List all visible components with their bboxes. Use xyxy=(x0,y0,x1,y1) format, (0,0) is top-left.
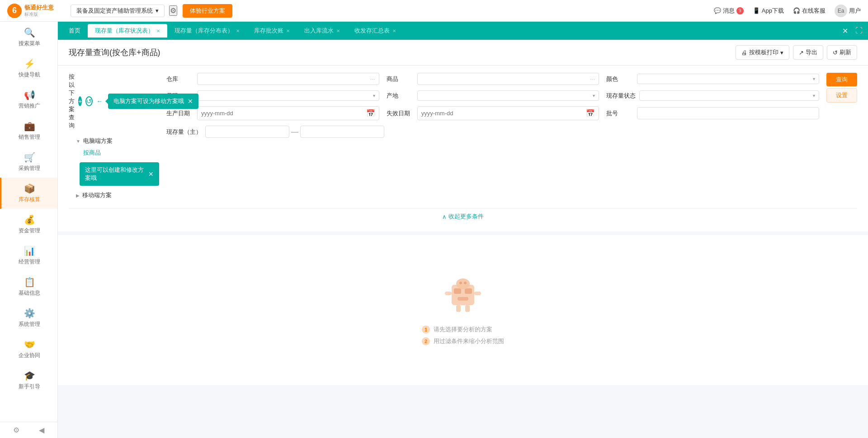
search-button[interactable]: 查询 xyxy=(826,73,857,86)
production-date-text[interactable] xyxy=(201,110,366,117)
stock-status-field: 现存量状态 ▾ xyxy=(606,90,819,101)
stock-range-min[interactable] xyxy=(205,126,289,138)
trial-button[interactable]: 体验行业方案 xyxy=(183,4,232,18)
edit-scheme-button[interactable]: ↺ xyxy=(85,96,93,106)
expiry-date-text[interactable] xyxy=(421,110,586,117)
scheme-panel: 按以下方案查询 + ↺ ← 电脑方案可设为移动方案哦 ✕ xyxy=(69,73,159,207)
app-download-button[interactable]: 📱 App下载 xyxy=(753,7,784,15)
search-icon: 🔍 xyxy=(24,27,35,38)
money-icon: 💰 xyxy=(24,214,35,225)
tab-label: 库存批次账 xyxy=(254,27,283,35)
warehouse-field: 仓库 ··· xyxy=(166,73,379,85)
step-2-num: 2 xyxy=(422,337,430,345)
sidebar-item-sales[interactable]: 💼 销售管理 xyxy=(0,115,57,146)
tab-summary[interactable]: 收发存汇总表 ✕ xyxy=(347,24,403,38)
production-date-field: 生产日期 📅 xyxy=(166,106,379,120)
tab-batch-ledger[interactable]: 库存批次账 ✕ xyxy=(247,24,297,38)
expand-icon: ▶ xyxy=(76,193,80,198)
chevron-down-icon: ▾ xyxy=(813,76,815,81)
sidebar-item-guide[interactable]: 🎓 新手引导 xyxy=(0,365,57,396)
arrow-scheme-button[interactable]: ← xyxy=(96,96,103,106)
expiry-date-input[interactable]: 📅 xyxy=(417,106,599,120)
color-select[interactable]: ▾ xyxy=(637,74,819,84)
collapse-bar[interactable]: ∧ 收起更多条件 xyxy=(69,208,857,224)
desktop-scheme-item[interactable]: ▼ 电脑端方案 xyxy=(76,135,159,147)
export-button[interactable]: ↗ 导出 xyxy=(793,45,823,60)
maximize-icon[interactable]: ⛶ xyxy=(854,25,864,37)
production-date-input[interactable]: 📅 xyxy=(197,106,379,120)
step-1-num: 1 xyxy=(422,325,430,334)
stock-range-max[interactable] xyxy=(300,126,384,138)
sidebar-item-base-info[interactable]: 📋 基础信息 xyxy=(0,271,57,302)
close-icon[interactable]: ✕ xyxy=(392,28,396,33)
system-selector[interactable]: 装备及固定资产辅助管理系统 ▾ xyxy=(71,5,165,17)
step-2-text: 用过滤条件来缩小分析范围 xyxy=(434,337,504,345)
sidebar-item-system[interactable]: ⚙️ 系统管理 xyxy=(0,302,57,334)
sidebar-item-inventory[interactable]: 📦 库存核算 xyxy=(0,178,57,209)
tab-label: 现存量（库存分布表） xyxy=(175,27,233,35)
desktop-child-item[interactable]: 按商品 xyxy=(83,147,159,159)
sidebar-item-enterprise[interactable]: 🤝 企业协同 xyxy=(0,334,57,365)
warehouse-select[interactable]: ··· xyxy=(197,73,379,85)
calendar-icon[interactable]: 📅 xyxy=(586,109,595,118)
color-field: 颜色 ▾ xyxy=(606,74,819,84)
sidebar-settings-icon[interactable]: ⚙ xyxy=(13,426,19,434)
tab-label: 现存量（库存状况表） xyxy=(95,27,154,35)
tab-bar-right: ✕ ⛶ xyxy=(840,25,864,37)
user-menu[interactable]: Ea 用户 xyxy=(835,5,861,17)
svg-rect-1 xyxy=(454,288,461,294)
goods-field: 商品 ··· xyxy=(387,73,599,85)
create-tooltip-close-icon[interactable]: ✕ xyxy=(148,170,154,178)
mobile-icon: 📱 xyxy=(753,7,760,14)
sidebar-item-label: 基础信息 xyxy=(19,289,40,297)
logo-text: 畅通好生意 标准版 xyxy=(24,4,54,18)
message-button[interactable]: 💬 消息 9 xyxy=(714,7,744,15)
stock-range: — xyxy=(205,126,384,138)
svg-point-9 xyxy=(459,282,462,284)
production-date-label: 生产日期 xyxy=(166,109,193,118)
desktop-scheme-children: 按商品 xyxy=(76,147,159,159)
sidebar-item-management[interactable]: 📊 经营管理 xyxy=(0,240,57,271)
stock-status-label: 现存量状态 xyxy=(606,92,636,100)
calendar-icon[interactable]: 📅 xyxy=(366,109,375,118)
tooltip-close-icon[interactable]: ✕ xyxy=(188,98,193,105)
batch-input[interactable] xyxy=(637,107,819,119)
add-scheme-button[interactable]: + xyxy=(78,96,82,106)
svg-rect-4 xyxy=(456,305,461,312)
page-title: 现存量查询(按仓库+商品) xyxy=(69,47,160,58)
refresh-icon: ↺ xyxy=(833,49,838,56)
settings-icon[interactable]: ⚙ xyxy=(169,5,177,16)
close-all-tabs-icon[interactable]: ✕ xyxy=(840,25,850,37)
tab-stock-dist[interactable]: 现存量（库存分布表） ✕ xyxy=(167,24,247,38)
sidebar-item-search[interactable]: 🔍 搜索菜单 xyxy=(0,22,57,53)
stock-status-select[interactable]: ▾ xyxy=(639,90,819,101)
sidebar-collapse-icon[interactable]: ◀ xyxy=(39,426,44,434)
close-icon[interactable]: ✕ xyxy=(336,28,340,33)
filter-row-1: 仓库 ··· 商品 xyxy=(166,73,819,85)
graduation-icon: 🎓 xyxy=(24,370,35,381)
tab-in-out-flow[interactable]: 出入库流水 ✕ xyxy=(297,24,347,38)
origin-select[interactable]: ▾ xyxy=(417,90,599,101)
tab-bar: 首页 现存量（库存状况表） ✕ 现存量（库存分布表） ✕ 库存批次账 ✕ 出入库… xyxy=(58,22,868,40)
size-select[interactable]: ▾ xyxy=(197,90,379,101)
mobile-scheme-item[interactable]: ▶ 移动端方案 xyxy=(76,189,159,201)
close-icon[interactable]: ✕ xyxy=(286,28,290,33)
reset-button[interactable]: 设置 xyxy=(826,88,857,103)
online-support-button[interactable]: 🎧 在线客服 xyxy=(793,7,826,15)
goods-select[interactable]: ··· xyxy=(417,73,599,85)
tab-home[interactable]: 首页 xyxy=(61,24,88,38)
tab-stock-status[interactable]: 现存量（库存状况表） ✕ xyxy=(88,24,167,38)
sidebar-item-purchase[interactable]: 🛒 采购管理 xyxy=(0,146,57,178)
close-icon[interactable]: ✕ xyxy=(236,28,240,33)
sidebar-item-finance[interactable]: 💰 资金管理 xyxy=(0,209,57,240)
logo-icon: 6 xyxy=(7,4,22,18)
refresh-button[interactable]: ↺ 刷新 xyxy=(827,45,857,60)
create-scheme-tooltip: 这里可以创建和修改方案哦 ✕ xyxy=(80,162,159,186)
sidebar-item-quicknav[interactable]: ⚡ 快捷导航 xyxy=(0,53,57,84)
close-icon[interactable]: ✕ xyxy=(156,28,160,33)
expiry-date-field: 失效日期 📅 xyxy=(387,106,599,120)
print-button[interactable]: 🖨 按模板打印 ▾ xyxy=(736,45,789,60)
clipboard-icon: 📋 xyxy=(24,277,35,287)
sub-label: 标准版 xyxy=(24,11,54,17)
sidebar-item-marketing[interactable]: 📢 营销推广 xyxy=(0,84,57,115)
